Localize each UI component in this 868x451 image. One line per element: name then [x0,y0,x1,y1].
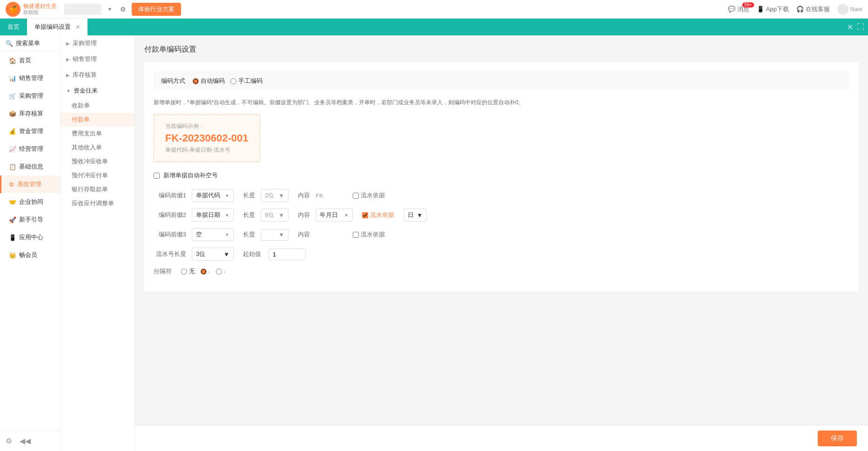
bottom-bar: 保存 [135,425,868,451]
prefix1-length-select[interactable]: 2位 ▼ [261,189,289,202]
left-nav-adjust[interactable]: 应收应付调整单 [61,196,135,210]
collapse-icon[interactable]: ◀◀ [20,437,31,445]
manual-encode-input[interactable] [230,78,236,84]
window-expand-icon[interactable]: ⛶ [857,23,864,31]
prefix2-day-arrow: ▼ [417,212,423,219]
prefix2-length-label: 长度 [243,211,255,219]
prefix2-length-select[interactable]: 8位 ▼ [261,209,289,222]
logo-icon: 🍊 [6,2,20,17]
sidebar-item-inventory[interactable]: 📦 库存核算 [0,105,60,122]
sep-dot1-label: · [209,268,210,275]
prefix3-waterflow[interactable]: 流水依据 [353,230,385,239]
sidebar-item-home[interactable]: 🏠 首页 [0,52,60,69]
sidebar-item-purchase[interactable]: 🛒 采购管理 [0,87,60,105]
tab-bar-right: ✕ ⛶ [847,23,868,32]
serial-select[interactable]: 3位 ▼ [192,248,234,261]
sidebar-item-member[interactable]: 👑 畅会员 [0,246,60,264]
prefix1-waterflow[interactable]: 流水依据 [353,191,385,200]
sidebar-item-apps[interactable]: 📱 应用中心 [0,229,60,246]
left-nav-sales[interactable]: ▶ 销售管理 [61,51,135,67]
save-button[interactable]: 保存 [818,431,857,446]
prefix1-select[interactable]: 单据代码 ▼ [192,189,234,202]
preview-structure: 单据代码-单据日期-流水号 [165,146,249,154]
messages-button[interactable]: 💬 消息 99+ [728,5,749,13]
auto-encode-input[interactable] [193,78,199,84]
sep-dot1-radio[interactable]: · [201,268,210,275]
prefix3-waterflow-checkbox[interactable] [353,232,359,238]
prefix3-length-select[interactable]: ▼ [261,229,289,241]
tab-home[interactable]: 首页 [0,19,27,35]
purchase-label: 采购管理 [19,92,43,100]
system-label: 系统管理 [17,180,41,188]
user-avatar [837,4,848,15]
left-nav-bank[interactable]: 银行存取款单 [61,182,135,196]
prefix2-content-value: 年月日 [320,211,338,219]
prefix3-value: 空 [196,230,202,239]
prefix1-length-arrow: ▼ [278,192,284,199]
stocktaking-group-label: 库存核算 [73,71,97,79]
sidebar-item-guide[interactable]: 🚀 新手引导 [0,211,60,229]
sep-dot2-input[interactable] [216,269,222,275]
separator-radios: 无 · · [181,267,225,276]
sep-dot2-radio[interactable]: · [216,268,226,275]
settings-bottom-icon[interactable]: ⚙ [6,437,12,445]
window-close-icon[interactable]: ✕ [847,23,853,32]
left-nav-payment[interactable]: 付款单 [61,113,135,127]
sales-icon: 📊 [9,75,16,82]
sidebar-item-collab[interactable]: 🤝 企业协同 [0,193,60,211]
content-area: 付款单编码设置 编码方式 自动编码 手工编码 [135,35,868,451]
search-menu[interactable]: 🔍 搜索菜单 [0,35,60,52]
manual-encode-radio[interactable]: 手工编码 [230,77,262,85]
start-input[interactable] [269,249,306,260]
tab-close-icon[interactable]: ✕ [75,24,80,30]
operation-icon: 📈 [9,146,16,153]
system-icon: ⚙ [9,181,14,188]
left-nav-funds[interactable]: ▼ 资金往来 [61,83,135,99]
prefix3-select[interactable]: 空 ▼ [192,228,234,241]
serial-row: 流水号长度 3位 ▼ 起始值 [154,248,849,261]
trial-button[interactable]: 体验行业方案 [132,3,181,16]
sidebar-item-system[interactable]: ⚙ 系统管理 [0,175,60,193]
left-nav-expense[interactable]: 费用支出单 [61,127,135,141]
sep-none-input[interactable] [181,269,187,275]
tab-encode-settings[interactable]: 单据编码设置 ✕ [27,19,87,35]
sidebar-item-finance[interactable]: 💰 资金管理 [0,122,60,140]
top-bar: 🍊 畅捷通好生意 旗舰版 ▼ ⚙ 体验行业方案 💬 消息 99+ 📱 App下载… [0,0,868,19]
prefix1-label: 编码前缀1 [154,191,186,200]
prefix2-content-select[interactable]: 年月日 ▼ [316,209,353,222]
nav-dropdown-arrow[interactable]: ▼ [105,4,114,14]
sidebar-item-sales[interactable]: 📊 销售管理 [0,69,60,87]
sep-dot1-input[interactable] [201,269,207,275]
auto-encode-radio[interactable]: 自动编码 [193,77,225,85]
prefix2-select[interactable]: 单据日期 ▼ [192,209,234,222]
settings-icon[interactable]: ⚙ [118,4,128,15]
prefix-row-1: 编码前缀1 单据代码 ▼ 长度 2位 ▼ 内容 FK 流水依据 [154,189,849,202]
left-nav-purchase[interactable]: ▶ 采购管理 [61,35,135,51]
auto-fill-checkbox[interactable] [154,173,160,179]
left-nav-other-income[interactable]: 其他收入单 [61,141,135,155]
prefix1-waterflow-checkbox[interactable] [353,193,359,199]
inventory-icon: 📦 [9,110,16,117]
prefix2-waterflow[interactable]: 流水依据 [362,211,394,219]
encode-method-row: 编码方式 自动编码 手工编码 [154,71,849,91]
left-nav-receipts[interactable]: 收款单 [61,99,135,113]
collab-label: 企业协同 [19,198,43,206]
sep-none-radio[interactable]: 无 [181,267,195,276]
sidebar-item-operation[interactable]: 📈 经营管理 [0,140,60,158]
sales-label: 销售管理 [19,74,43,82]
online-service-button[interactable]: 🎧 在线客服 [796,5,830,13]
tab-home-label: 首页 [7,23,20,31]
prefix2-length-value: 8位 [265,211,274,219]
sep-dot2-label: · [224,268,226,275]
sidebar-item-basic[interactable]: 📋 基础信息 [0,158,60,175]
user-profile[interactable]: Nare [837,4,862,15]
search-icon: 🔍 [6,40,13,47]
prefix2-day-select[interactable]: 日 ▼ [404,209,427,222]
left-nav-prepay-pay[interactable]: 预付冲应付单 [61,168,135,182]
auto-fill-row: 新增单据自动补空号 [154,171,849,180]
left-nav-prepay-recv[interactable]: 预收冲应收单 [61,155,135,168]
left-nav-stocktaking[interactable]: ▶ 库存核算 [61,67,135,83]
app-download-button[interactable]: 📱 App下载 [757,5,789,13]
top-right-area: 💬 消息 99+ 📱 App下载 🎧 在线客服 Nare [728,4,862,15]
prefix2-waterflow-checkbox[interactable] [362,212,368,218]
